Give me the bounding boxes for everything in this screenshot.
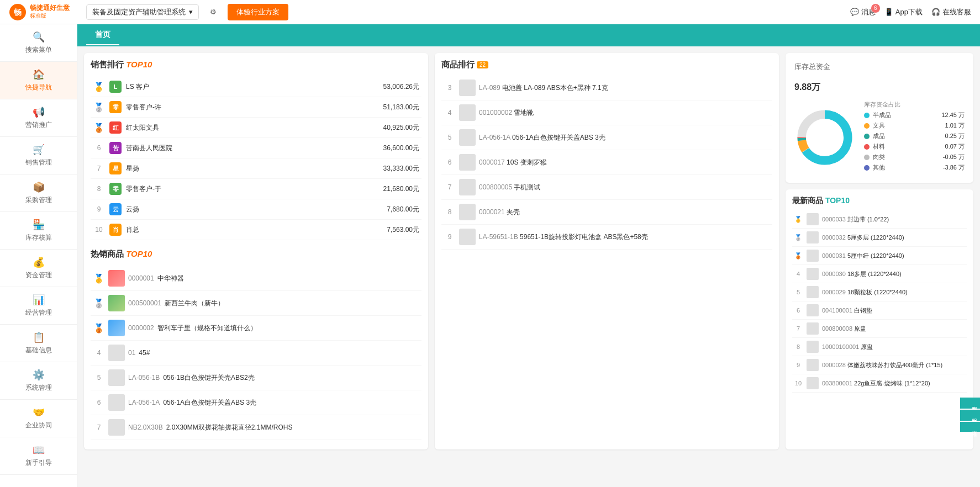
product-info: 0000033 封边带 (1.0*22): [822, 215, 966, 224]
sidebar-item-purchase[interactable]: 📦 采购管理: [0, 174, 77, 212]
sidebar-item-guide[interactable]: 📖 新手引导: [0, 437, 77, 475]
logo-icon: 畅: [9, 3, 27, 21]
product-ranking-list: 3 LA-089 电池盖 LA-089 ABS本色+黑种 7.1克 4 0010…: [441, 76, 772, 250]
product-ranking-header: 商品排行 22: [441, 60, 772, 70]
list-item: 5 0000029 18颗粒板 (1220*2440): [792, 283, 967, 301]
legend-dot: [864, 165, 870, 171]
app-download-button[interactable]: 📱 App下载: [884, 7, 923, 17]
service-label: 在线客服: [942, 7, 971, 17]
sidebar-label-nav: 快捷导航: [25, 83, 52, 92]
sidebar-item-system[interactable]: ⚙️ 系统管理: [0, 362, 77, 400]
rank-number: 10: [793, 380, 803, 387]
product-info: 0000017 10S 变刺罗猴: [479, 158, 770, 167]
rank-number: 7: [793, 325, 803, 332]
product-name: 智利车子里（规格不知道填什么）: [157, 324, 419, 333]
list-item: 🥇 0000033 封边带 (1.0*22): [792, 210, 967, 229]
sidebar-item-search[interactable]: 🔍 搜索菜单: [0, 24, 77, 62]
finance-icon: 💰: [33, 256, 45, 268]
legend-name: 半成品: [873, 111, 938, 119]
rank-number: 4: [444, 109, 456, 117]
rank-number: 7: [93, 165, 105, 172]
table-row: 6 苦 苦南县人民医院 36,600.00元: [91, 138, 421, 158]
product-thumbnail: [108, 320, 125, 336]
table-row: 6 0000017 10S 变刺罗猴: [441, 150, 772, 175]
chart-label: 库存资金占比: [864, 100, 965, 109]
hot-products-title: 热销商品 TOP10: [91, 249, 421, 260]
sidebar-label-search: 搜索菜单: [25, 45, 52, 55]
sidebar-item-marketing[interactable]: 📢 营销推广: [0, 99, 77, 137]
sidebar-item-cooperation[interactable]: 🤝 企业协同: [0, 400, 77, 437]
product-code: 0000001: [128, 274, 154, 282]
marketing-icon: 📢: [33, 106, 45, 118]
table-row: 4 001000002 雪地靴: [441, 100, 772, 125]
sidebar-label-inventory: 库存核算: [25, 233, 52, 242]
online-service-button[interactable]: 🎧 在线客服: [931, 7, 971, 17]
legend-item: 其他 -3.86 万: [864, 163, 965, 172]
customer-name: LS 客户: [126, 82, 383, 92]
rank-number: 8: [444, 208, 456, 216]
product-ranking-badge: 22: [477, 61, 488, 68]
message-icon: 💬: [850, 8, 859, 16]
float-btn-service[interactable]: 客服热线: [960, 398, 980, 409]
customer-name: 云扬: [126, 205, 387, 214]
avatar: 肖: [109, 224, 122, 236]
rank-number: 3: [444, 84, 456, 92]
list-item: 7 000800008 原盅: [792, 320, 967, 338]
latest-products-title: 最新商品 TOP10: [792, 196, 967, 206]
table-row: 6 LA-056-1A 056-1A白色按键开关盖ABS 3壳: [91, 390, 421, 415]
product-code: 0000002: [128, 324, 154, 332]
product-code: NB2.0X30B: [128, 424, 163, 431]
table-row: 🥉 0000002 智利车子里（规格不知道填什么）: [91, 316, 421, 341]
customer-value: 53,006.26元: [383, 82, 419, 92]
product-thumbnail: [108, 345, 125, 361]
table-row: 7 NB2.0X30B 2.0X30MM双搓花轴搓花直径2.1MM/ROHS: [91, 415, 421, 440]
sidebar-item-basics[interactable]: 📋 基础信息: [0, 325, 77, 362]
sidebar-item-operations[interactable]: 📊 经营管理: [0, 287, 77, 325]
logo-sub: 标准版: [30, 12, 70, 20]
float-buttons: 客服热线 服务社区 直播: [960, 398, 980, 432]
legend-name: 文具: [873, 121, 942, 130]
table-row: 9 云 云扬 7,680.00元: [91, 199, 421, 220]
sidebar-label-finance: 资金管理: [25, 271, 52, 280]
product-info: 10000100001 原盅: [822, 343, 966, 351]
product-name: 新西兰牛肉（新牛）: [165, 299, 419, 308]
list-item: 9 0000028 体嫩荔枝味苏打饮品400毫升 (1*15): [792, 356, 967, 374]
trial-button[interactable]: 体验行业方案: [228, 4, 288, 20]
product-info: 001000002 雪地靴: [479, 108, 770, 118]
table-row: 🥈 000500001 新西兰牛肉（新牛）: [91, 291, 421, 316]
tab-home[interactable]: 首页: [86, 25, 119, 45]
product-ranking-card: 商品排行 22 3 LA-089 电池盖 LA-089 ABS本色+黑种 7.1…: [435, 53, 779, 449]
list-item: 6 004100001 白钢垫: [792, 301, 967, 320]
gear-button[interactable]: ⚙: [206, 4, 221, 20]
product-name: 056-1B白色按键开关壳ABS2壳: [163, 373, 419, 383]
message-button[interactable]: 💬 消息 6: [850, 7, 876, 17]
legend-value: -0.05 万: [943, 153, 965, 161]
legend-value: -3.86 万: [943, 163, 965, 172]
avatar: 苦: [109, 142, 122, 154]
logo-text: 畅捷通好生意: [30, 4, 70, 13]
inventory-icon: 🏪: [33, 219, 45, 231]
sidebar-item-inventory[interactable]: 🏪 库存核算: [0, 212, 77, 250]
float-btn-live[interactable]: 直播: [960, 422, 980, 432]
product-thumbnail: [459, 104, 476, 121]
top-header: 畅 畅捷通好生意 标准版 装备及固定资产辅助管理系统 ▾ ⚙ 体验行业方案 💬 …: [0, 0, 980, 24]
inventory-title: 库存总资金: [794, 62, 965, 72]
product-thumbnail: [807, 304, 819, 316]
avatar: 星: [109, 162, 122, 174]
product-info: 0000021 夹壳: [479, 208, 770, 217]
customer-name: 红太阳文具: [126, 123, 383, 133]
rank-medal: 🥈: [93, 298, 105, 309]
latest-badge: TOP10: [825, 196, 850, 205]
sidebar-label-operations: 经营管理: [25, 308, 52, 317]
list-item: 🥈 0000032 5厘多层 (1220*2440): [792, 229, 967, 247]
inventory-unit: 万: [812, 82, 820, 92]
legend-item: 文具 1.01 万: [864, 121, 965, 130]
system-selector[interactable]: 装备及固定资产辅助管理系统 ▾: [86, 4, 199, 20]
sidebar-item-nav[interactable]: 🏠 快捷导航: [0, 62, 77, 99]
table-row: 🥇 L LS 客户 53,006.26元: [91, 77, 421, 97]
sidebar-item-finance[interactable]: 💰 资金管理: [0, 250, 77, 287]
sidebar-item-sales[interactable]: 🛒 销售管理: [0, 137, 77, 174]
hot-products-list: 🥇 0000001 中华神器 🥈 000500001 新西兰牛肉（新牛） 🥉: [91, 266, 421, 443]
float-btn-community[interactable]: 服务社区: [960, 410, 980, 421]
inventory-amount: 9.88万: [794, 76, 965, 94]
